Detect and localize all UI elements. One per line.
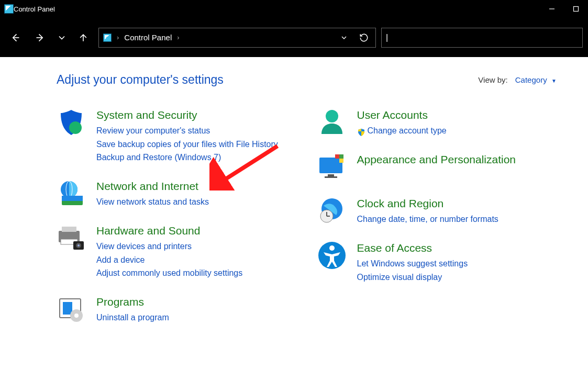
minimize-button[interactable] (540, 0, 564, 18)
svg-rect-1 (574, 7, 579, 12)
content-area: Adjust your computer's settings View by:… (0, 57, 588, 355)
category-title-hardware[interactable]: Hardware and Sound (96, 223, 296, 238)
page-title: Adjust your computer's settings (57, 73, 224, 87)
category-programs: Programs Uninstall a program (57, 295, 296, 324)
printer-camera-icon (57, 223, 86, 253)
control-panel-app-icon (4, 4, 14, 14)
svg-rect-23 (335, 154, 339, 159)
svg-rect-26 (339, 159, 343, 163)
back-button[interactable] (5, 28, 25, 48)
svg-rect-16 (63, 302, 72, 315)
right-column: User Accounts Change account type Appear… (317, 108, 557, 339)
programs-icon (57, 295, 86, 324)
uac-shield-icon (357, 127, 365, 136)
category-user-accounts: User Accounts Change account type (317, 108, 557, 138)
shield-icon (57, 108, 86, 137)
refresh-button[interactable] (357, 33, 371, 42)
svg-rect-8 (62, 196, 83, 201)
viewby-dropdown[interactable]: Category ▼ (515, 75, 557, 85)
window-title: Control Panel (14, 5, 55, 13)
link-review-status[interactable]: Review your computer's status (96, 124, 296, 138)
svg-rect-21 (328, 174, 334, 176)
link-date-time-formats[interactable]: Change date, time, or number formats (357, 212, 557, 226)
category-title-programs[interactable]: Programs (96, 295, 296, 309)
link-optimize-display[interactable]: Optimize visual display (357, 271, 557, 284)
category-ease-of-access: Ease of Access Let Windows suggest setti… (317, 241, 557, 284)
up-button[interactable] (73, 28, 93, 48)
forward-button[interactable] (30, 28, 50, 48)
recent-locations-button[interactable] (56, 28, 68, 48)
breadcrumb-separator-icon: › (117, 33, 119, 41)
globe-network-icon (57, 179, 86, 208)
monitor-colors-icon (317, 152, 347, 182)
address-bar[interactable]: › Control Panel › (98, 28, 376, 48)
svg-point-4 (69, 121, 82, 134)
address-app-icon (103, 33, 112, 42)
breadcrumb-separator-icon[interactable]: › (177, 33, 179, 41)
search-box[interactable]: | (381, 28, 583, 48)
link-mobility-settings[interactable]: Adjust commonly used mobility settings (96, 266, 296, 280)
link-uninstall-program[interactable]: Uninstall a program (96, 311, 296, 324)
link-suggest-settings[interactable]: Let Windows suggest settings (357, 257, 557, 271)
svg-rect-25 (335, 159, 339, 163)
address-history-button[interactable] (337, 33, 351, 42)
breadcrumb-root[interactable]: Control Panel (124, 33, 172, 42)
category-title-ease-of-access[interactable]: Ease of Access (357, 241, 557, 255)
category-system-security: System and Security Review your computer… (57, 108, 296, 164)
accessibility-icon (317, 241, 347, 270)
link-network-status[interactable]: View network status and tasks (96, 195, 296, 209)
category-network-internet: Network and Internet View network status… (57, 179, 296, 209)
svg-rect-22 (325, 176, 337, 178)
globe-clock-icon (317, 196, 347, 226)
viewby-label: View by: (478, 75, 507, 84)
link-backup-restore[interactable]: Backup and Restore (Windows 7) (96, 151, 296, 164)
link-devices-printers[interactable]: View devices and printers (96, 240, 296, 253)
search-input[interactable] (390, 33, 578, 42)
link-add-device[interactable]: Add a device (96, 253, 296, 267)
svg-point-18 (74, 313, 79, 318)
category-title-appearance[interactable]: Appearance and Personalization (357, 152, 557, 166)
svg-rect-10 (62, 227, 76, 232)
viewby-value: Category (515, 75, 547, 84)
titlebar: Control Panel (0, 0, 588, 18)
category-title-system-security[interactable]: System and Security (96, 108, 296, 122)
category-title-network[interactable]: Network and Internet (96, 179, 296, 193)
category-hardware-sound: Hardware and Sound View devices and prin… (57, 223, 296, 280)
navbar: › Control Panel › | (0, 18, 588, 57)
svg-rect-24 (339, 154, 343, 159)
maximize-button[interactable] (564, 0, 588, 18)
svg-point-19 (326, 110, 338, 122)
link-change-account-type[interactable]: Change account type (357, 124, 557, 138)
category-title-clock-region[interactable]: Clock and Region (357, 196, 557, 210)
link-change-account-type-text: Change account type (368, 126, 447, 135)
user-icon (317, 108, 347, 137)
svg-point-14 (77, 244, 80, 247)
caret-down-icon: ▼ (551, 78, 557, 84)
svg-point-32 (329, 245, 335, 251)
category-title-user-accounts[interactable]: User Accounts (357, 108, 557, 122)
category-appearance: Appearance and Personalization (317, 152, 557, 182)
category-clock-region: Clock and Region Change date, time, or n… (317, 196, 557, 226)
left-column: System and Security Review your computer… (57, 108, 296, 339)
link-file-history[interactable]: Save backup copies of your files with Fi… (96, 138, 296, 151)
